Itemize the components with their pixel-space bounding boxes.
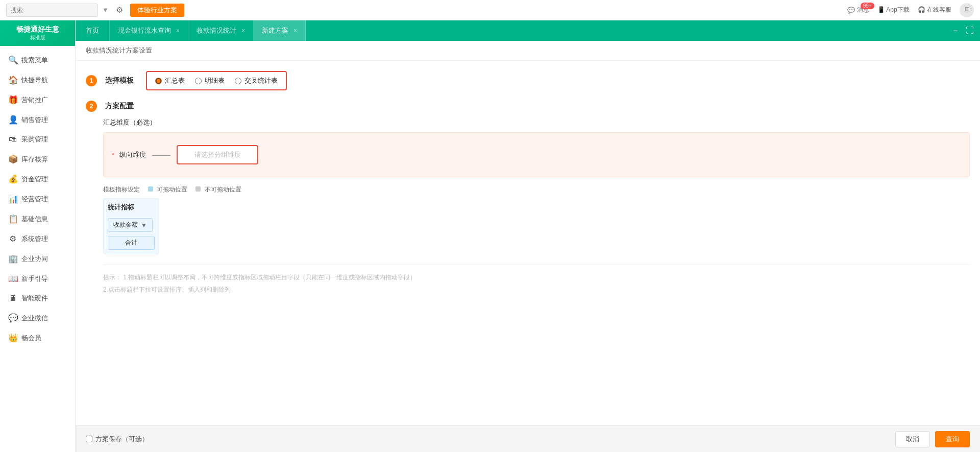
breadcrumb: 收款情况统计方案设置 xyxy=(76,41,980,61)
header-search-input[interactable] xyxy=(6,4,98,17)
indicator-tag-collection[interactable]: 收款金额 ▼ xyxy=(108,218,153,232)
unmovable-hint-color xyxy=(195,186,201,192)
indicator-tag-label: 收款金额 xyxy=(113,221,138,229)
sidebar-item-basic-info[interactable]: 📋 基础信息 xyxy=(0,209,75,229)
save-option[interactable]: 方案保存（可选） xyxy=(86,435,149,444)
template-summary-label: 汇总表 xyxy=(165,76,185,85)
download-icon: 📱 xyxy=(877,6,885,13)
app-download-link[interactable]: 📱 App下载 xyxy=(877,6,910,14)
sidebar-item-operations[interactable]: 📊 经营管理 xyxy=(0,189,75,209)
tab-collection-stat[interactable]: 收款情况统计 × xyxy=(188,20,254,41)
step1-row: 1 选择模板 汇总表 明细表 交叉统计表 xyxy=(86,71,970,90)
sidebar-item-label: 畅会员 xyxy=(21,334,41,343)
sidebar-item-label: 采购管理 xyxy=(21,135,48,144)
sidebar-item-label: 企业协同 xyxy=(21,254,48,264)
trial-industry-button[interactable]: 体验行业方案 xyxy=(130,4,184,17)
tab-bank-flow[interactable]: 现金银行流水查询 × xyxy=(110,20,188,41)
cancel-button[interactable]: 取消 xyxy=(895,431,930,447)
sidebar-item-sales[interactable]: 👤 销售管理 xyxy=(0,110,75,130)
search-menu-icon: 🔍 xyxy=(8,55,17,65)
arrow-icon: —— xyxy=(152,150,170,160)
quick-nav-icon: 🏠 xyxy=(8,75,17,85)
tab-new-plan-close[interactable]: × xyxy=(293,27,297,34)
enterprise-icon: 🏢 xyxy=(8,254,17,264)
template-option-cross[interactable]: 交叉统计表 xyxy=(235,76,278,85)
step1-label: 选择模板 xyxy=(105,76,134,85)
sidebar-item-purchase[interactable]: 🛍 采购管理 xyxy=(0,130,75,149)
sidebar-item-enterprise[interactable]: 🏢 企业协同 xyxy=(0,249,75,269)
tips-section: 提示： 1.拖动标题栏可以调整布局，不可跨维度或指标区域拖动栏目字段（只能在同一… xyxy=(103,265,970,296)
step2-section: 2 方案配置 汇总维度（必选） * 纵向维度 —— xyxy=(86,101,970,296)
tab-new-plan[interactable]: 新建方案 × xyxy=(254,20,306,41)
indicators-meta: 模板指标设定 可拖动位置 不可拖动位置 xyxy=(103,185,970,194)
save-checkbox[interactable] xyxy=(86,436,92,442)
sidebar-item-label: 基础信息 xyxy=(21,215,48,224)
sidebar-item-search-menu[interactable]: 🔍 搜索菜单 xyxy=(0,50,75,70)
guide-icon: 📖 xyxy=(8,274,17,283)
sidebar-item-label: 智能硬件 xyxy=(21,294,48,303)
movable-hint-label: 可拖动位置 xyxy=(157,186,187,193)
basic-info-icon: 📋 xyxy=(8,214,17,224)
template-detail-label: 明细表 xyxy=(205,76,225,85)
sidebar-item-label: 快捷导航 xyxy=(21,76,48,85)
settings-gear-button[interactable]: ⚙ xyxy=(113,4,126,17)
search-icon: ▼ xyxy=(102,6,109,14)
sidebar-item-label: 系统管理 xyxy=(21,234,48,244)
sidebar-item-label: 搜索菜单 xyxy=(21,56,48,65)
operations-icon: 📊 xyxy=(8,194,17,204)
sidebar-menu: 🔍 搜索菜单 🏠 快捷导航 🎁 营销推广 👤 销售管理 🛍 采购管理 📦 xyxy=(0,46,75,452)
top-header: ▼ ⚙ 体验行业方案 💬 消息 99+ 📱 App下载 🎧 在线客服 用 xyxy=(0,0,980,20)
page-content: 收款情况统计方案设置 1 选择模板 汇总表 明细表 xyxy=(76,41,980,425)
tab-bank-flow-label: 现金银行流水查询 xyxy=(118,26,171,35)
smart-hw-icon: 🖥 xyxy=(8,294,17,303)
template-radio-cross[interactable] xyxy=(235,78,241,84)
sidebar: 畅捷通好生意 标准版 🔍 搜索菜单 🏠 快捷导航 🎁 营销推广 👤 销售管理 xyxy=(0,20,76,452)
sidebar-item-label: 经营管理 xyxy=(21,195,48,204)
finance-icon: 💰 xyxy=(8,174,17,184)
sidebar-item-inventory[interactable]: 📦 库存核算 xyxy=(0,149,75,169)
tab-home[interactable]: 首页 xyxy=(76,20,110,41)
sidebar-item-member[interactable]: 👑 畅会员 xyxy=(0,328,75,348)
movable-hint-color xyxy=(148,186,153,192)
tip-line1: 提示： 1.拖动标题栏可以调整布局，不可跨维度或指标区域拖动栏目字段（只能在同一… xyxy=(103,271,970,283)
sidebar-item-wechat[interactable]: 💬 企业微信 xyxy=(0,308,75,328)
tab-new-plan-label: 新建方案 xyxy=(262,26,288,35)
sidebar-item-quick-nav[interactable]: 🏠 快捷导航 xyxy=(0,70,75,90)
user-avatar[interactable]: 用 xyxy=(960,3,974,17)
step2-number: 2 xyxy=(86,101,97,112)
tab-bank-flow-close[interactable]: × xyxy=(176,27,180,34)
template-option-detail[interactable]: 明细表 xyxy=(195,76,225,85)
inventory-icon: 📦 xyxy=(8,154,17,164)
sidebar-item-guide[interactable]: 📖 新手引导 xyxy=(0,269,75,289)
template-radio-summary[interactable] xyxy=(155,78,162,84)
summary-dim-title: 汇总维度（必选） xyxy=(103,118,970,127)
dim-selector-box[interactable]: 请选择分组维度 xyxy=(177,145,258,164)
header-left: ▼ ⚙ 体验行业方案 xyxy=(6,4,184,17)
tab-bar: 首页 现金银行流水查询 × 收款情况统计 × 新建方案 × － ⛶ xyxy=(76,20,980,41)
vertical-dim-label: 纵向维度 xyxy=(119,150,146,159)
template-radio-detail[interactable] xyxy=(195,78,202,84)
unmovable-hint-label: 不可拖动位置 xyxy=(205,186,241,193)
query-button[interactable]: 查询 xyxy=(935,431,970,447)
sidebar-item-smart-hw[interactable]: 🖥 智能硬件 xyxy=(0,289,75,308)
step2-label: 方案配置 xyxy=(105,102,134,111)
sidebar-item-finance[interactable]: 💰 资金管理 xyxy=(0,169,75,189)
indicator-box: 统计指标 收款金额 ▼ 合计 xyxy=(103,198,159,254)
message-icon: 💬 xyxy=(847,7,855,14)
sales-icon: 👤 xyxy=(8,115,17,125)
sidebar-item-system[interactable]: ⚙ 系统管理 xyxy=(0,229,75,249)
app-name: 畅捷通好生意 xyxy=(16,25,59,34)
tab-minimize-button[interactable]: － xyxy=(949,23,962,38)
dimension-panel: * 纵向维度 —— 请选择分组维度 xyxy=(103,132,970,177)
online-support-link[interactable]: 🎧 在线客服 xyxy=(918,6,951,14)
notification-area[interactable]: 💬 消息 99+ xyxy=(847,6,869,14)
tab-collection-stat-close[interactable]: × xyxy=(241,27,245,34)
wechat-icon: 💬 xyxy=(8,313,17,323)
system-icon: ⚙ xyxy=(8,234,17,244)
tab-maximize-button[interactable]: ⛶ xyxy=(964,24,976,37)
sidebar-item-label: 库存核算 xyxy=(21,155,48,164)
template-option-summary[interactable]: 汇总表 xyxy=(155,76,185,85)
bottom-actions: 取消 查询 xyxy=(895,431,970,447)
sidebar-item-marketing[interactable]: 🎁 营销推广 xyxy=(0,90,75,110)
notification-count: 99+ xyxy=(861,3,874,9)
